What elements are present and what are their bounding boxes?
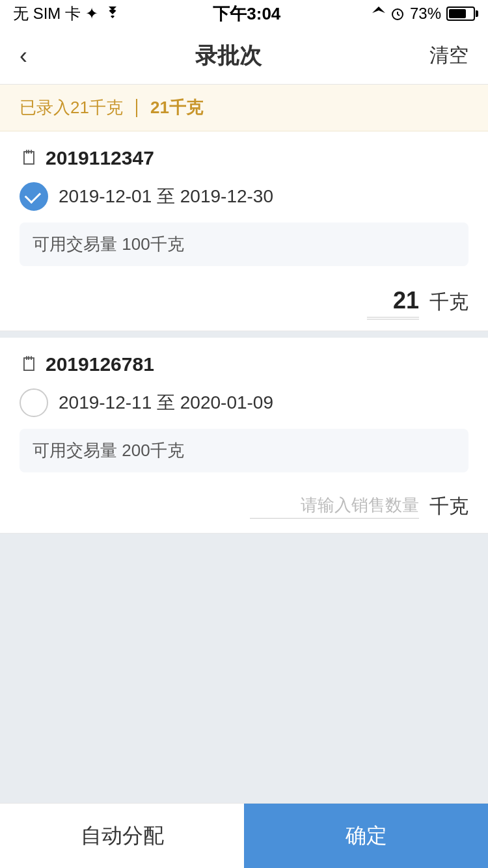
batch-icon-2: 🗒 (20, 353, 39, 375)
batch-icon-1: 🗒 (20, 147, 39, 169)
batch-item-2: 🗒 2019126781 2019-12-11 至 2020-01-09 可用交… (0, 331, 488, 534)
quantity-underline-1 (367, 287, 419, 318)
batch-available-1: 可用交易量 100千克 (20, 223, 468, 266)
clear-button[interactable]: 清空 (429, 42, 468, 69)
batch-date-2: 2019-12-11 至 2020-01-09 (59, 390, 273, 415)
battery-fill (449, 9, 466, 18)
quantity-unit-2: 千克 (429, 493, 468, 520)
status-bar-left: 无 SIM 卡 ✦ (13, 3, 122, 24)
empty-area (0, 534, 488, 807)
batch-id-2: 2019126781 (46, 353, 154, 375)
batch-item-1: 🗒 2019112347 2019-12-01 至 2019-12-30 可用交… (0, 131, 488, 331)
quantity-row-1: 千克 (0, 277, 488, 331)
quantity-input-2[interactable] (250, 495, 419, 515)
battery-label: 73% (410, 5, 441, 23)
batch-header-2: 🗒 2019126781 (0, 338, 488, 382)
quantity-underline-2 (250, 495, 419, 519)
recorded-value: 21千克 (150, 96, 203, 119)
batch-available-2: 可用交易量 200千克 (20, 429, 468, 472)
batch-date-row-1: 2019-12-01 至 2019-12-30 (0, 176, 488, 217)
bottom-bar: 自动分配 确定 (0, 803, 488, 868)
status-bar-time: 下午3:04 (213, 3, 280, 25)
info-banner: 已录入21千克 21千克 (0, 85, 488, 131)
nav-bar: ‹ 录批次 清空 (0, 27, 488, 85)
page-title: 录批次 (195, 41, 262, 71)
wifi-icon (103, 7, 122, 21)
recorded-label: 已录入21千克 (20, 96, 123, 119)
quantity-row-2: 千克 (0, 483, 488, 534)
confirm-button[interactable]: 确定 (244, 804, 488, 868)
content-area: 🗒 2019112347 2019-12-01 至 2019-12-30 可用交… (0, 131, 488, 868)
quantity-unit-1: 千克 (429, 289, 468, 316)
batch-date-row-2: 2019-12-11 至 2020-01-09 (0, 382, 488, 424)
sim-label: 无 SIM 卡 ✦ (13, 3, 98, 24)
radio-2[interactable] (20, 388, 48, 417)
batch-id-1: 2019112347 (46, 147, 154, 169)
status-bar: 无 SIM 卡 ✦ 下午3:04 73% (0, 0, 488, 27)
banner-divider (136, 99, 137, 117)
status-bar-right: 73% (372, 5, 475, 23)
back-button[interactable]: ‹ (20, 42, 27, 70)
auto-distribute-button[interactable]: 自动分配 (0, 804, 244, 868)
quantity-input-1[interactable] (367, 287, 419, 314)
batch-header-1: 🗒 2019112347 (0, 131, 488, 176)
battery-icon (446, 7, 475, 21)
radio-1[interactable] (20, 182, 48, 211)
batch-date-1: 2019-12-01 至 2019-12-30 (59, 184, 273, 209)
alarm-icon (390, 7, 405, 21)
svg-line-2 (398, 14, 400, 16)
location-icon (372, 7, 385, 21)
